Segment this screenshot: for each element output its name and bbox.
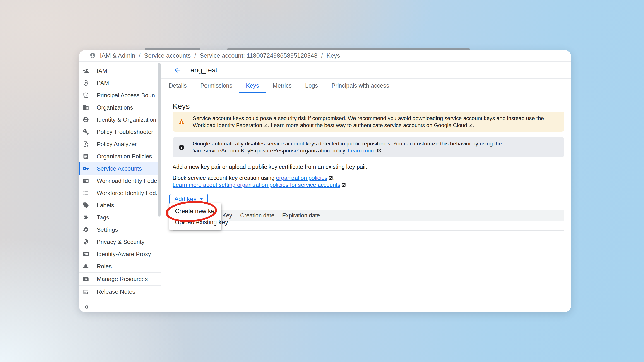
sidebar-item-tags[interactable]: Tags: [79, 211, 161, 224]
sidebar-item-pam[interactable]: PAM: [79, 77, 161, 89]
sidebar-item-policy-troubleshooter[interactable]: Policy Troubleshooter: [79, 126, 161, 138]
warning-banner-text: Service account keys could pose a securi…: [193, 115, 558, 129]
sidebar-item-service-accounts[interactable]: Service Accounts: [79, 162, 161, 175]
sidebar-collapse-button[interactable]: [79, 298, 161, 312]
tab-details[interactable]: Details: [162, 79, 194, 92]
sidebar-item-label: Manage Resources: [97, 276, 148, 283]
sidebar-item-policy-analyzer[interactable]: Policy Analyzer: [79, 138, 161, 150]
gear-icon: [83, 227, 89, 233]
tab-permissions[interactable]: Permissions: [194, 79, 239, 92]
menu-item-upload-existing-key[interactable]: Upload existing key: [170, 217, 222, 228]
add-key-label: Add key: [174, 196, 196, 203]
sidebar-item-label: Privacy & Security: [97, 239, 144, 246]
sidebar-item-identity-organization[interactable]: Identity & Organization: [79, 114, 161, 126]
breadcrumb-segment: Keys: [326, 52, 340, 59]
breadcrumb: IAM & Admin/Service accounts/Service acc…: [79, 50, 571, 62]
sidebar-item-label: Principal Access Boun...: [97, 92, 160, 99]
sidebar-item-label: IAM: [97, 67, 107, 74]
sidebar-item-manage-resources[interactable]: Manage Resources: [79, 272, 161, 285]
breadcrumb-segment[interactable]: IAM & Admin: [100, 52, 135, 59]
hat-icon: [83, 263, 89, 270]
info-banner-text: Google automatically disables service ac…: [193, 140, 558, 154]
section-heading: Keys: [172, 101, 571, 111]
page-header: ang_test: [161, 62, 571, 79]
list-icon: [83, 190, 89, 196]
person-add-icon: [83, 68, 89, 74]
sidebar-item-label: PAM: [97, 80, 109, 87]
tag-arrow-icon: [83, 214, 89, 221]
sidebar-item-label: Settings: [97, 226, 118, 233]
sidebar-item-workload-identity-fede[interactable]: Workload Identity Fede...: [79, 175, 161, 187]
sidebar-item-label: Release Notes: [97, 288, 136, 295]
external-link-icon: [263, 122, 268, 127]
sidebar-item-label: Policy Analyzer: [97, 141, 136, 148]
sidebar-item-roles[interactable]: Roles: [79, 260, 161, 272]
tab-logs[interactable]: Logs: [298, 79, 325, 92]
sidebar-item-organizations[interactable]: Organizations: [79, 101, 161, 114]
sidebar-item-label: Roles: [97, 263, 112, 270]
sidebar-scrollbar[interactable]: [158, 63, 160, 217]
sidebar-item-iam[interactable]: IAM: [79, 65, 161, 77]
policy-analyzer-icon: [83, 141, 89, 147]
block-key-creation-text: Block service account key creation using…: [172, 174, 571, 188]
sidebar-item-label: Organization Policies: [97, 153, 152, 160]
add-key-dropdown-menu: Create new keyUpload existing key: [170, 203, 222, 230]
sidebar-item-privacy-security[interactable]: Privacy & Security: [79, 236, 161, 248]
authenticate-learn-more-link[interactable]: Learn more about the best way to authent…: [271, 122, 467, 128]
warning-text-pre: Service account keys could pose a securi…: [193, 115, 544, 121]
folder-gear-icon: [83, 276, 89, 282]
sidebar-item-principal-access-boun[interactable]: Principal Access Boun...: [79, 89, 161, 101]
keys-table-empty-row: [172, 221, 564, 231]
label-tag-icon: [83, 202, 89, 208]
breadcrumb-segment[interactable]: Service account: 118007249865895120348: [200, 52, 318, 59]
keys-table: KeyCreation dateExpiration date: [172, 210, 564, 231]
organization-policies-link[interactable]: organization policies: [276, 175, 328, 181]
external-link-icon: [377, 147, 381, 152]
proxy-icon: [83, 251, 89, 257]
info-circle-icon: [178, 144, 184, 150]
desktop-background: { "colors": { "accent_blue": "#1a73e8", …: [0, 0, 644, 362]
tab-principals-with-access[interactable]: Principals with access: [325, 79, 396, 92]
setting-org-policies-link[interactable]: Learn more about setting organization po…: [172, 182, 340, 188]
shield-person-icon: [83, 92, 89, 98]
warning-text-mid: .: [268, 122, 270, 128]
sidebar-item-organization-policies[interactable]: Organization Policies: [79, 150, 161, 162]
sidebar-item-label: Organizations: [97, 104, 133, 111]
sidebar-item-settings[interactable]: Settings: [79, 224, 161, 236]
wrench-icon: [83, 129, 89, 135]
menu-item-create-new-key[interactable]: Create new key: [170, 206, 222, 217]
sidebar-item-label: Policy Troubleshooter: [97, 128, 153, 135]
chevron-down-icon: [200, 198, 203, 200]
sidebar-item-label: Tags: [97, 214, 109, 221]
key-exposure-learn-more-link[interactable]: Learn more: [348, 147, 376, 154]
console-window: IAM & Admin/Service accounts/Service acc…: [79, 50, 571, 312]
workload-identity-federation-link[interactable]: Workload Identity Federation: [193, 122, 262, 128]
warning-triangle-icon: [178, 119, 184, 125]
tab-metrics[interactable]: Metrics: [266, 79, 298, 92]
keys-content: Keys Service account keys could pose a s…: [161, 93, 571, 312]
sidebar-item-label: Workload Identity Fede...: [97, 177, 161, 184]
sidebar-item-labels[interactable]: Labels: [79, 199, 161, 211]
sidebar-item-label: Workforce Identity Fed...: [97, 190, 161, 197]
sidebar: IAM PAM Principal Access Boun... Organiz…: [79, 62, 161, 312]
window-body: IAM PAM Principal Access Boun... Organiz…: [79, 62, 571, 312]
sidebar-item-label: Labels: [97, 202, 114, 209]
key-icon: [83, 165, 89, 172]
sidebar-item-label: Service Accounts: [97, 165, 142, 172]
sidebar-item-release-notes[interactable]: Release Notes: [79, 285, 161, 298]
intro-text: Add a new key pair or upload a public ke…: [172, 163, 571, 170]
warning-text-post: .: [473, 122, 474, 128]
sidebar-item-workforce-identity-fed[interactable]: Workforce Identity Fed...: [79, 187, 161, 199]
sidebar-item-identity-aware-proxy[interactable]: Identity-Aware Proxy: [79, 248, 161, 260]
page-title: ang_test: [190, 66, 218, 74]
warning-banner: Service account keys could pose a securi…: [172, 112, 564, 132]
main-panel: ang_test DetailsPermissionsKeysMetricsLo…: [161, 62, 571, 312]
external-link-icon: [328, 175, 333, 179]
back-button[interactable]: [174, 66, 181, 74]
background-window-edge: [145, 48, 200, 50]
shield-half-icon: [83, 239, 89, 245]
tab-keys[interactable]: Keys: [239, 79, 266, 92]
breadcrumb-segment[interactable]: Service accounts: [144, 52, 191, 59]
add-key-button[interactable]: Add key: [170, 194, 208, 204]
block-text-pre: Block service account key creation using: [172, 175, 276, 181]
